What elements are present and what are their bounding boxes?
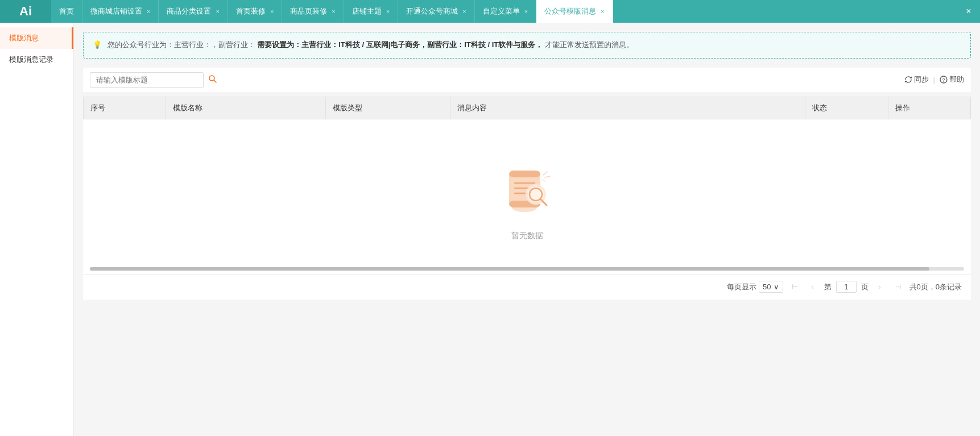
svg-line-15: [543, 172, 547, 175]
notice-suffix: 才能正常发送预置的消息。: [545, 40, 634, 49]
sidebar-item-0[interactable]: 模版消息: [0, 27, 73, 49]
page-layout: 模版消息模版消息记录 💡 您的公众号行业为：主营行业：，副营行业： 需要设置为：…: [0, 23, 980, 436]
pagination: 每页显示 50 ∨ ⊢ ‹ 第 页 › ⊣ 共0页，0条记录: [83, 274, 971, 300]
empty-state: 暂无数据: [83, 119, 971, 264]
per-page-label: 每页显示: [727, 282, 756, 292]
nav-tab-close-1[interactable]: ×: [147, 8, 150, 15]
per-page-select: 每页显示 50 ∨: [727, 281, 783, 293]
nav-tab-label-8: 公众号模版消息: [544, 6, 596, 16]
toolbar-right: 同步 | ? 帮助: [904, 74, 964, 85]
nav-tab-close-5[interactable]: ×: [386, 8, 390, 15]
nav-tab-close-2[interactable]: ×: [216, 8, 219, 15]
table-col-5: 操作: [888, 97, 970, 119]
total-info: 共0页，0条记录: [909, 282, 962, 292]
sync-button[interactable]: 同步: [904, 74, 929, 85]
prev-page-button[interactable]: ‹: [806, 280, 820, 294]
first-page-button[interactable]: ⊢: [788, 280, 801, 294]
svg-line-1: [214, 80, 216, 82]
table-header: 序号模版名称模版类型消息内容状态操作: [84, 97, 971, 119]
nav-tab-label-3: 首页装修: [236, 6, 266, 16]
nav-tab-4[interactable]: 商品页装修×: [282, 0, 344, 23]
svg-line-17: [542, 179, 545, 182]
table-col-1: 模版名称: [166, 97, 326, 119]
per-page-dropdown[interactable]: 50 ∨: [759, 281, 783, 293]
nav-tab-close-3[interactable]: ×: [270, 8, 274, 15]
toolbar-divider: |: [933, 76, 935, 84]
help-button[interactable]: ? 帮助: [940, 74, 964, 85]
search-input[interactable]: [90, 72, 204, 88]
toolbar: 同步 | ? 帮助: [83, 68, 971, 92]
last-page-button[interactable]: ⊣: [891, 280, 905, 294]
table-wrapper: 序号模版名称模版类型消息内容状态操作: [83, 97, 971, 264]
svg-rect-6: [509, 171, 540, 177]
nav-tab-close-4[interactable]: ×: [332, 8, 335, 15]
notice-box: 💡 您的公众号行业为：主营行业：，副营行业： 需要设置为：主营行业：IT科技 /…: [83, 32, 971, 59]
sync-label: 同步: [914, 74, 929, 85]
help-label: 帮助: [949, 74, 964, 85]
nav-tab-3[interactable]: 首页装修×: [228, 0, 282, 23]
search-icon: [208, 74, 217, 84]
notice-icon: 💡: [93, 40, 102, 49]
nav-tab-label-6: 开通公众号商城: [406, 6, 458, 16]
nav-tab-label-5: 店铺主题: [352, 6, 382, 16]
table-col-4: 状态: [805, 97, 888, 119]
horizontal-scrollbar[interactable]: [83, 264, 971, 274]
scroll-thumb[interactable]: [90, 267, 929, 271]
sidebar: 模版消息模版消息记录: [0, 23, 74, 436]
top-nav: Ai 首页微商城店铺设置×商品分类设置×首页装修×商品页装修×店铺主题×开通公众…: [0, 0, 980, 23]
nav-tab-close-8[interactable]: ×: [601, 8, 604, 15]
page-label-pre: 第: [824, 282, 832, 292]
notice-prefix: 您的公众号行业为：主营行业：，副营行业：: [107, 40, 255, 49]
nav-tab-1[interactable]: 微商城店铺设置×: [82, 0, 159, 23]
nav-tab-label-2: 商品分类设置: [167, 6, 211, 16]
notice-highlight: 需要设置为：主营行业：IT科技 / 互联网|电子商务，副营行业：IT科技 / I…: [257, 40, 543, 49]
nav-tab-close-7[interactable]: ×: [524, 8, 528, 15]
next-page-button[interactable]: ›: [873, 280, 887, 294]
nav-tab-close-6[interactable]: ×: [462, 8, 466, 15]
nav-tab-0[interactable]: 首页: [51, 0, 82, 23]
search-button[interactable]: [208, 74, 217, 85]
close-all-button[interactable]: ×: [957, 0, 980, 23]
empty-icon: [493, 153, 561, 222]
main-content: 💡 您的公众号行业为：主营行业：，副营行业： 需要设置为：主营行业：IT科技 /…: [74, 23, 980, 436]
search-area: [90, 72, 217, 88]
sync-icon: [904, 76, 912, 84]
nav-tab-2[interactable]: 商品分类设置×: [159, 0, 228, 23]
nav-tab-8[interactable]: 公众号模版消息×: [536, 0, 613, 23]
nav-tab-label-7: 自定义菜单: [483, 6, 520, 16]
nav-tabs: 首页微商城店铺设置×商品分类设置×首页装修×商品页装修×店铺主题×开通公众号商城…: [51, 0, 957, 23]
table-col-2: 模版类型: [326, 97, 450, 119]
brand-logo: Ai: [0, 0, 51, 23]
empty-text: 暂无数据: [83, 231, 971, 241]
sidebar-item-1[interactable]: 模版消息记录: [0, 49, 73, 70]
data-table: 序号模版名称模版类型消息内容状态操作: [83, 97, 971, 119]
nav-tab-label-4: 商品页装修: [290, 6, 327, 16]
nav-tab-6[interactable]: 开通公众号商城×: [398, 0, 474, 23]
table-col-0: 序号: [84, 97, 166, 119]
nav-tab-label-0: 首页: [59, 6, 74, 16]
table-col-3: 消息内容: [450, 97, 805, 119]
svg-line-16: [545, 176, 550, 177]
page-number-input[interactable]: [836, 281, 857, 293]
nav-tab-label-1: 微商城店铺设置: [90, 6, 142, 16]
nav-tab-7[interactable]: 自定义菜单×: [475, 0, 536, 23]
help-icon: ?: [940, 76, 948, 84]
svg-text:?: ?: [942, 77, 945, 83]
nav-tab-5[interactable]: 店铺主题×: [344, 0, 398, 23]
scroll-track[interactable]: [90, 267, 964, 271]
page-label-suf: 页: [861, 282, 869, 292]
